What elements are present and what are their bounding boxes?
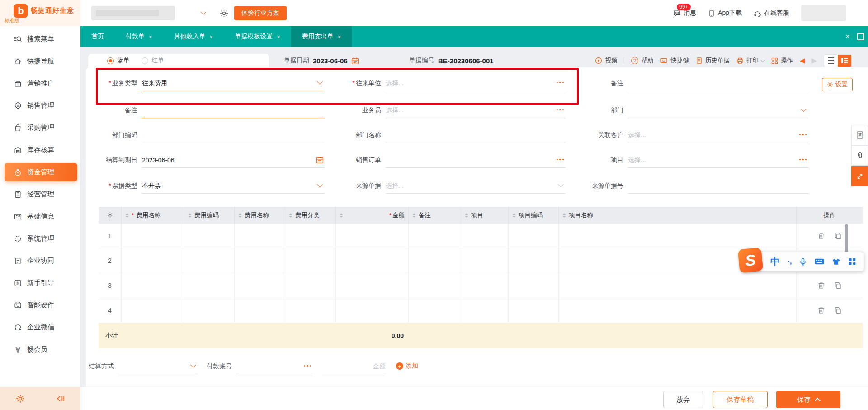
form-view-button[interactable] <box>838 55 851 67</box>
sidebar-item-funds[interactable]: ¥ 资金管理 <box>5 163 77 181</box>
sidebar-item-operations[interactable]: 经营管理 <box>0 183 80 205</box>
invoice-type-select[interactable]: 不开票 <box>142 179 325 194</box>
copy-row-icon[interactable] <box>835 282 841 289</box>
list-view-button[interactable] <box>824 55 838 67</box>
sidebar-item-beginner-guide[interactable]: 新 新手引导 <box>0 272 80 294</box>
print-button[interactable]: 打印 <box>736 57 764 65</box>
expand-button[interactable] <box>851 166 868 186</box>
sidebar-item-smart-hardware[interactable]: 智能硬件 <box>0 294 80 316</box>
table-column-settings[interactable] <box>99 207 122 224</box>
sort-icon[interactable] <box>340 213 343 218</box>
close-icon[interactable]: × <box>149 34 152 40</box>
source-voucher-no-input[interactable] <box>628 179 808 194</box>
next-voucher-icon[interactable]: ▶ <box>811 57 817 65</box>
delete-row-icon[interactable] <box>818 232 825 239</box>
sort-icon[interactable] <box>562 213 566 218</box>
salesperson-picker[interactable]: 选择... <box>386 103 566 118</box>
sort-icon[interactable] <box>412 213 416 218</box>
sogou-logo-icon[interactable]: S <box>737 247 763 273</box>
sidebar-item-base-info[interactable]: 基础信息 <box>0 205 80 228</box>
sidebar-item-marketing[interactable]: 营销推广 <box>0 72 80 95</box>
sort-icon[interactable] <box>512 213 516 218</box>
col-remark[interactable]: 备注 <box>409 207 461 224</box>
tab-template-settings[interactable]: 单据模板设置× <box>224 26 291 47</box>
department-code-input[interactable] <box>142 128 325 143</box>
ime-keyboard-icon[interactable] <box>815 258 824 265</box>
close-icon[interactable]: × <box>277 34 280 40</box>
attachment-button[interactable] <box>851 145 868 166</box>
ime-language-mode[interactable]: 中 <box>770 255 780 268</box>
fullscreen-icon[interactable] <box>857 33 864 40</box>
discard-button[interactable]: 放弃 <box>663 391 703 408</box>
app-download-button[interactable]: App下载 <box>708 9 742 17</box>
ime-punctuation-icon[interactable]: ·, <box>788 257 791 266</box>
sort-icon[interactable] <box>465 213 468 218</box>
col-project[interactable]: 项目 <box>461 207 509 224</box>
chevron-down-icon[interactable] <box>200 9 206 15</box>
sort-icon[interactable] <box>289 213 292 218</box>
copy-row-icon[interactable] <box>835 307 841 314</box>
trial-plan-button[interactable]: 体验行业方案 <box>234 6 287 20</box>
tab-other-income[interactable]: 其他收入单× <box>163 26 224 47</box>
save-draft-button[interactable]: 保存草稿 <box>713 391 768 408</box>
radio-red-voucher[interactable]: 红单 <box>142 57 164 65</box>
project-picker[interactable]: 选择... <box>628 153 808 168</box>
tab-home[interactable]: 首页 <box>80 26 115 47</box>
ime-toolbox-icon[interactable] <box>848 257 856 266</box>
related-customer-picker[interactable]: 选择... <box>628 128 808 143</box>
draft-list-button[interactable]: 草 <box>851 125 868 145</box>
ime-mic-icon[interactable] <box>799 257 807 266</box>
payment-account-picker[interactable] <box>236 359 313 374</box>
close-icon[interactable]: × <box>338 34 341 40</box>
sidebar-item-inventory[interactable]: 库存核算 <box>0 139 80 161</box>
settlement-method-select[interactable] <box>118 359 198 374</box>
prev-voucher-icon[interactable]: ◀ <box>800 57 805 65</box>
history-vouchers-button[interactable]: 历史单据 <box>696 57 730 65</box>
calendar-icon[interactable] <box>351 57 359 65</box>
video-button[interactable]: 视频 <box>595 57 617 65</box>
sidebar-item-member[interactable]: V 畅会员 <box>0 338 80 361</box>
close-icon[interactable]: × <box>210 34 213 40</box>
sidebar-item-sales[interactable]: $ 销售管理 <box>0 95 80 117</box>
col-expense-name-req[interactable]: *费用名称 <box>122 207 184 224</box>
tab-payment-voucher[interactable]: 付款单× <box>115 26 163 47</box>
delete-row-icon[interactable] <box>818 307 825 314</box>
sales-order-picker[interactable] <box>386 153 566 168</box>
col-expense-name[interactable]: 费用名称 <box>235 207 285 224</box>
sidebar-item-collaboration[interactable]: 企业协同 <box>0 250 80 272</box>
department-select[interactable] <box>628 103 808 118</box>
sidebar-item-quick-nav[interactable]: 快捷导航 <box>0 50 80 72</box>
sidebar-settings-gear-icon[interactable] <box>16 394 25 403</box>
close-all-icon[interactable]: × <box>845 32 850 41</box>
col-amount[interactable]: *金额 <box>336 207 409 224</box>
messages-button[interactable]: 消息 99+ <box>673 9 696 17</box>
col-expense-category[interactable]: 费用分类 <box>285 207 336 224</box>
help-button[interactable]: ? 帮助 <box>631 57 653 65</box>
counterparty-picker[interactable]: 选择... <box>386 76 566 91</box>
due-date-input[interactable]: 2023-06-06 <box>142 153 325 168</box>
col-expense-code[interactable]: 费用编码 <box>184 207 235 224</box>
sort-icon[interactable] <box>125 213 129 218</box>
actions-button[interactable]: 操作 <box>771 57 793 65</box>
ime-skin-icon[interactable] <box>832 258 840 266</box>
add-settlement-button[interactable]: + 添加 <box>396 362 418 370</box>
department-name-input[interactable] <box>386 128 566 143</box>
col-project-name[interactable]: 项目名称 <box>559 207 797 224</box>
doc-number-value[interactable]: BE-20230606-001 <box>438 57 494 65</box>
business-type-select[interactable]: 往来费用 <box>142 76 325 91</box>
doc-date-value[interactable]: 2023-06-06 <box>313 57 348 65</box>
gear-icon[interactable] <box>220 9 228 18</box>
form-settings-button[interactable]: 设置 <box>822 78 853 91</box>
username-redacted[interactable] <box>801 5 846 21</box>
delete-row-icon[interactable] <box>818 282 825 289</box>
col-project-code[interactable]: 项目编码 <box>509 207 559 224</box>
save-button[interactable]: 保存 <box>776 391 840 408</box>
sort-icon[interactable] <box>238 213 242 218</box>
remark-input-main[interactable] <box>142 103 325 118</box>
sidebar-item-system[interactable]: 系统管理 <box>0 228 80 250</box>
radio-blue-voucher[interactable]: 蓝单 <box>107 57 130 65</box>
online-support-button[interactable]: 在线客服 <box>754 9 789 17</box>
settlement-amount-input[interactable]: 金额 <box>322 359 386 374</box>
sidebar-item-purchasing[interactable]: 采购管理 <box>0 117 80 139</box>
shortcut-keys-button[interactable]: 快捷键 <box>660 57 689 65</box>
